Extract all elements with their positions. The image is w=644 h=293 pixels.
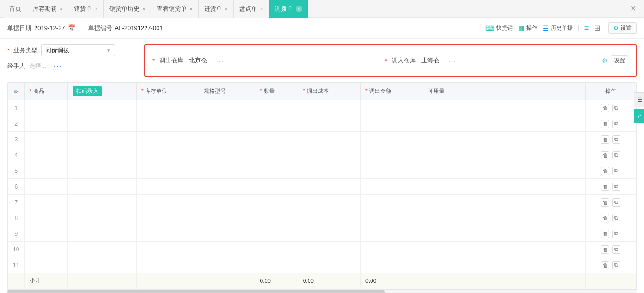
copy-icon[interactable]: ⧉ bbox=[612, 183, 620, 191]
amount-cell[interactable] bbox=[360, 179, 423, 195]
product-cell[interactable] bbox=[24, 257, 67, 273]
amount-cell[interactable] bbox=[360, 195, 423, 210]
amount-cell[interactable] bbox=[360, 242, 423, 257]
unit-cell[interactable] bbox=[136, 147, 199, 163]
delete-icon[interactable]: 🗑 bbox=[601, 183, 609, 191]
qty-cell[interactable] bbox=[255, 163, 298, 179]
warehouse-in-more-btn[interactable]: ··· bbox=[449, 57, 456, 64]
spec-cell[interactable] bbox=[199, 226, 255, 242]
scroll-thumb[interactable] bbox=[7, 290, 385, 293]
delete-icon[interactable]: 🗑 bbox=[601, 214, 609, 222]
cost-cell[interactable] bbox=[298, 242, 360, 257]
unit-cell[interactable] bbox=[136, 195, 199, 210]
spec-cell[interactable] bbox=[199, 100, 255, 116]
shortcuts-btn[interactable]: ⌨ 快捷键 bbox=[485, 24, 513, 32]
delete-icon[interactable]: 🗑 bbox=[601, 167, 609, 175]
copy-icon[interactable]: ⧉ bbox=[612, 167, 620, 175]
spec-cell[interactable] bbox=[199, 147, 255, 163]
warehouse-settings-label[interactable]: 设置 bbox=[611, 55, 628, 66]
qty-cell[interactable] bbox=[255, 226, 298, 242]
delete-icon[interactable]: 🗑 bbox=[601, 120, 609, 128]
cost-cell[interactable] bbox=[298, 210, 360, 226]
copy-icon[interactable]: ⧉ bbox=[612, 261, 620, 269]
tab-home[interactable]: 首页 bbox=[4, 0, 27, 18]
copy-icon[interactable]: ⧉ bbox=[612, 198, 620, 207]
unit-cell[interactable] bbox=[136, 210, 199, 226]
grid-view-icon[interactable]: ⊞ bbox=[594, 24, 600, 32]
product-cell[interactable] bbox=[24, 116, 67, 132]
qty-cell[interactable] bbox=[255, 257, 298, 273]
cost-cell[interactable] bbox=[298, 226, 360, 242]
close-tab-sales-history[interactable]: × bbox=[142, 6, 145, 12]
unit-cell[interactable] bbox=[136, 100, 199, 116]
cost-cell[interactable] bbox=[298, 163, 360, 179]
amount-cell[interactable] bbox=[360, 226, 423, 242]
gear-column-header[interactable]: ⚙ bbox=[8, 83, 24, 100]
amount-cell[interactable] bbox=[360, 210, 423, 226]
unit-cell[interactable] bbox=[136, 179, 199, 195]
delete-icon[interactable]: 🗑 bbox=[601, 135, 609, 144]
close-tab-purchase-order[interactable]: × bbox=[225, 6, 228, 12]
amount-cell[interactable] bbox=[360, 132, 423, 147]
close-tab-view-sales[interactable]: × bbox=[189, 6, 192, 12]
copy-icon[interactable]: ⧉ bbox=[612, 214, 620, 222]
sidebar-expand-icon[interactable]: ⤢ bbox=[634, 109, 644, 123]
scan-btn[interactable]: 扫码录入 bbox=[73, 86, 102, 96]
product-cell[interactable] bbox=[24, 147, 67, 163]
cost-cell[interactable] bbox=[298, 116, 360, 132]
unit-cell[interactable] bbox=[136, 116, 199, 132]
tab-purchase-order[interactable]: 进货单 × bbox=[199, 0, 234, 18]
tab-sales-order[interactable]: 销货单 × bbox=[68, 0, 103, 18]
product-cell[interactable] bbox=[24, 242, 67, 257]
delete-icon[interactable]: 🗑 bbox=[601, 261, 609, 269]
list-view-icon[interactable]: ≡ bbox=[584, 24, 589, 32]
qty-cell[interactable] bbox=[255, 100, 298, 116]
warehouse-out-more-btn[interactable]: ··· bbox=[216, 57, 224, 64]
product-cell[interactable] bbox=[24, 100, 67, 116]
copy-icon[interactable]: ⧉ bbox=[612, 135, 620, 144]
amount-cell[interactable] bbox=[360, 116, 423, 132]
spec-cell[interactable] bbox=[199, 195, 255, 210]
delete-icon[interactable]: 🗑 bbox=[601, 198, 609, 207]
cost-cell[interactable] bbox=[298, 100, 360, 116]
qty-cell[interactable] bbox=[255, 116, 298, 132]
qty-cell[interactable] bbox=[255, 147, 298, 163]
biz-type-select[interactable]: 同价调拨 ▼ bbox=[41, 44, 115, 56]
tab-inventory-init[interactable]: 库存期初 × bbox=[27, 0, 68, 18]
qty-cell[interactable] bbox=[255, 195, 298, 210]
delete-icon[interactable]: 🗑 bbox=[601, 151, 609, 159]
qty-cell[interactable] bbox=[255, 242, 298, 257]
spec-cell[interactable] bbox=[199, 163, 255, 179]
calendar-icon[interactable]: 📅 bbox=[68, 24, 75, 31]
product-cell[interactable] bbox=[24, 179, 67, 195]
cost-cell[interactable] bbox=[298, 195, 360, 210]
delete-icon[interactable]: 🗑 bbox=[601, 104, 609, 112]
person-placeholder[interactable]: 选择... bbox=[29, 62, 46, 70]
product-cell[interactable] bbox=[24, 210, 67, 226]
copy-icon[interactable]: ⧉ bbox=[612, 230, 620, 238]
spec-cell[interactable] bbox=[199, 179, 255, 195]
product-cell[interactable] bbox=[24, 195, 67, 210]
cost-cell[interactable] bbox=[298, 257, 360, 273]
qty-cell[interactable] bbox=[255, 132, 298, 147]
qty-cell[interactable] bbox=[255, 210, 298, 226]
spec-cell[interactable] bbox=[199, 257, 255, 273]
settings-btn[interactable]: ⚙ 设置 bbox=[608, 22, 637, 34]
tab-transfer[interactable]: 调拨单 × bbox=[269, 0, 308, 18]
copy-icon[interactable]: ⧉ bbox=[612, 120, 620, 128]
amount-cell[interactable] bbox=[360, 100, 423, 116]
cost-cell[interactable] bbox=[298, 179, 360, 195]
spec-cell[interactable] bbox=[199, 210, 255, 226]
tab-stocktake[interactable]: 盘点单 × bbox=[234, 0, 269, 18]
spec-cell[interactable] bbox=[199, 242, 255, 257]
qty-cell[interactable] bbox=[255, 179, 298, 195]
unit-cell[interactable] bbox=[136, 257, 199, 273]
tab-view-sales[interactable]: 查看销货单 × bbox=[151, 0, 198, 18]
cost-cell[interactable] bbox=[298, 132, 360, 147]
close-tab-transfer[interactable]: × bbox=[296, 6, 302, 12]
cost-cell[interactable] bbox=[298, 147, 360, 163]
product-cell[interactable] bbox=[24, 163, 67, 179]
close-tab-stocktake[interactable]: × bbox=[260, 6, 263, 12]
person-more-btn[interactable]: ··· bbox=[54, 62, 62, 70]
amount-cell[interactable] bbox=[360, 163, 423, 179]
